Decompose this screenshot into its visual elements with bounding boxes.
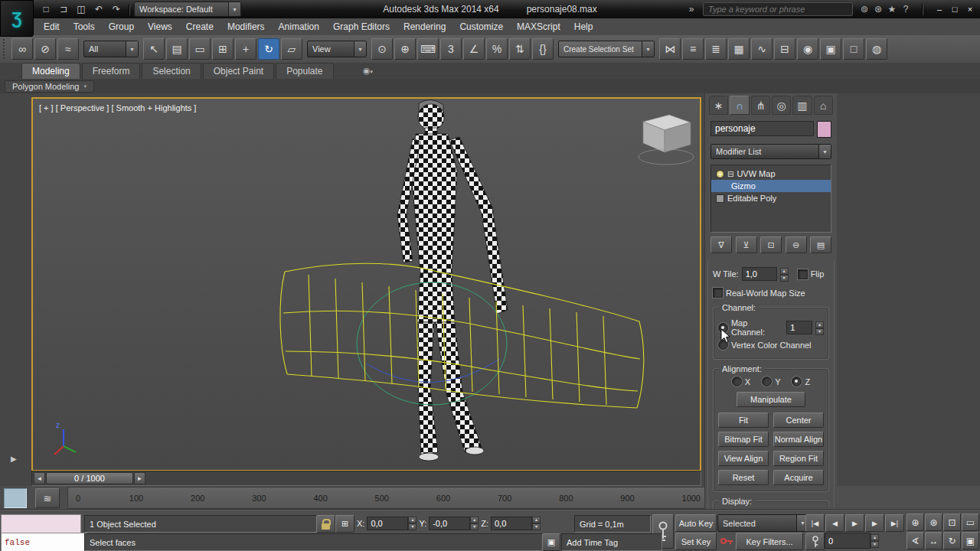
communication-center-icon[interactable]: ⊛	[872, 4, 884, 15]
named-selection-set-dropdown[interactable]: Create Selection Set▼	[558, 41, 655, 57]
zoom-region-icon[interactable]: ▭	[962, 514, 979, 531]
absolute-offset-toggle-button[interactable]: ⊞	[335, 515, 354, 533]
align-x-radio[interactable]	[732, 377, 742, 386]
pin-stack-button[interactable]: ∇	[710, 236, 732, 253]
select-and-link-button[interactable]: ∞	[11, 38, 33, 60]
tab-modeling[interactable]: Modeling	[21, 63, 80, 79]
stack-item-uvw-map[interactable]: ⊟ UVW Map	[711, 168, 831, 180]
map-channel-spinner[interactable]: ▴▾	[815, 321, 824, 334]
3dsmax-logo-icon[interactable]: Ʒ	[0, 0, 34, 37]
zoom-all-icon[interactable]: ⊛	[925, 514, 942, 531]
tab-freeform[interactable]: Freeform	[82, 63, 141, 79]
spinner-snap-button[interactable]: ⇅	[509, 38, 531, 60]
layer-manager-button[interactable]: ≣	[705, 38, 727, 60]
search-input[interactable]	[703, 2, 853, 16]
modifier-list-dropdown[interactable]: Modifier List ▼	[710, 144, 831, 159]
menu-animation[interactable]: Animation	[272, 19, 326, 34]
key-filters-button[interactable]: Key Filters...	[736, 533, 803, 550]
normal-align-button[interactable]: Normal Align	[773, 432, 824, 447]
menu-modifiers[interactable]: Modifiers	[220, 19, 272, 34]
x-field[interactable]: 0,0	[367, 517, 408, 530]
acquire-button[interactable]: Acquire	[773, 470, 824, 485]
named-selection-sets-button[interactable]: {}	[532, 38, 554, 60]
bitmap-fit-button[interactable]: Bitmap Fit	[718, 432, 769, 447]
overflow-chevron-icon[interactable]: »	[685, 4, 697, 15]
key-selection-dropdown[interactable]: Selected ▼	[717, 514, 809, 532]
manipulate-button[interactable]: Manipulate	[737, 392, 805, 407]
open-file-button[interactable]: ⊐	[56, 2, 71, 16]
use-pivot-center-button[interactable]: ⊙	[371, 38, 393, 60]
menu-rendering[interactable]: Rendering	[397, 19, 452, 34]
maximize-viewport-icon[interactable]: ▣	[962, 532, 979, 549]
maxscript-mini-listener[interactable]: false	[1, 533, 87, 551]
render-setup-button[interactable]: ▣	[820, 38, 841, 60]
reset-button[interactable]: Reset	[718, 470, 769, 485]
real-world-checkbox[interactable]	[713, 288, 723, 298]
mirror-button[interactable]: ⋈	[659, 38, 681, 60]
w-tile-spinner[interactable]: ▴▾	[780, 268, 789, 281]
material-editor-button[interactable]: ◉	[797, 38, 818, 60]
vertex-color-radio[interactable]	[718, 340, 728, 350]
minimize-button[interactable]: –	[933, 4, 946, 15]
new-scene-button[interactable]: □	[38, 2, 54, 16]
bind-to-space-warp-button[interactable]: ≈	[57, 38, 79, 60]
motion-tab[interactable]: ◎	[772, 96, 791, 115]
select-and-rotate-button[interactable]: ↻	[258, 38, 279, 60]
next-frame-button[interactable]: ▶	[865, 514, 884, 532]
reference-coordinate-dropdown[interactable]: View▼	[307, 41, 367, 57]
open-mini-curve-editor-button[interactable]: ≋	[35, 488, 60, 508]
current-frame-field[interactable]: 0	[825, 533, 871, 549]
key-mode-toggle-button[interactable]	[805, 533, 825, 550]
toolbar-grip[interactable]	[3, 39, 8, 59]
select-and-manipulate-button[interactable]: ⊕	[394, 38, 416, 60]
help-icon[interactable]: ?	[900, 4, 912, 15]
time-slider[interactable]: ◄ 0 / 1000 ►	[31, 471, 701, 486]
unlink-selection-button[interactable]: ⊘	[34, 38, 56, 60]
orbit-icon[interactable]: ↻	[943, 532, 961, 549]
x-spinner[interactable]: ▴▾	[408, 517, 416, 530]
menu-group[interactable]: Group	[102, 19, 141, 34]
close-button[interactable]: ×	[963, 4, 977, 15]
stack-item-gizmo[interactable]: Gizmo	[711, 180, 831, 192]
previous-frame-button[interactable]: ◀	[825, 514, 844, 532]
stack-item-editable-poly[interactable]: Editable Poly	[711, 192, 831, 204]
select-and-move-button[interactable]: +	[235, 38, 256, 60]
ribbon-config-icon[interactable]: ◉▾	[358, 64, 377, 77]
selection-lock-button[interactable]	[316, 515, 335, 533]
rendered-frame-button[interactable]: □	[843, 38, 864, 60]
menu-help[interactable]: Help	[567, 19, 600, 34]
search-binoculars-icon[interactable]: ⊚	[858, 4, 871, 15]
zoom-extents-icon[interactable]: ⊡	[943, 514, 961, 531]
menu-graph-editors[interactable]: Graph Editors	[326, 19, 397, 34]
menu-tools[interactable]: Tools	[67, 19, 102, 34]
redo-button[interactable]: ↷	[109, 2, 124, 16]
align-z-radio[interactable]	[792, 377, 802, 386]
render-production-button[interactable]: ◍	[866, 38, 887, 60]
favorites-icon[interactable]: ★	[886, 4, 898, 15]
schematic-view-button[interactable]: ⊟	[774, 38, 795, 60]
select-object-button[interactable]: ↖	[143, 38, 165, 60]
set-key-button[interactable]: Set Key	[675, 533, 717, 550]
character-mesh[interactable]	[397, 99, 508, 461]
fit-button[interactable]: Fit	[718, 412, 769, 428]
ribbon-toggle-button[interactable]: ▦	[728, 38, 750, 60]
view-align-button[interactable]: View Align	[718, 451, 769, 466]
select-and-scale-button[interactable]: ▱	[281, 38, 302, 60]
trackbar-swatch-button[interactable]	[4, 488, 27, 508]
select-by-name-button[interactable]: ▤	[166, 38, 188, 60]
rectangular-selection-button[interactable]: ▭	[189, 38, 211, 60]
configure-modifier-sets-button[interactable]: ▤	[810, 236, 831, 253]
menu-maxscript[interactable]: MAXScript	[510, 19, 567, 34]
object-name-field[interactable]: personaje	[710, 121, 814, 136]
keyboard-override-button[interactable]: ⌨	[417, 38, 439, 60]
menu-customize[interactable]: Customize	[452, 19, 510, 34]
create-tab[interactable]: ∗	[709, 96, 728, 115]
center-button[interactable]: Center	[773, 412, 824, 428]
z-spinner[interactable]: ▴▾	[532, 517, 541, 530]
window-crossing-button[interactable]: ⊞	[212, 38, 234, 60]
pan-view-icon[interactable]: ↔	[925, 532, 942, 549]
map-channel-field[interactable]: 1	[786, 321, 812, 334]
tab-selection[interactable]: Selection	[142, 63, 201, 79]
go-to-end-button[interactable]: ▶|	[885, 514, 904, 532]
polygon-modeling-panel[interactable]: Polygon Modeling ▾	[5, 80, 94, 93]
